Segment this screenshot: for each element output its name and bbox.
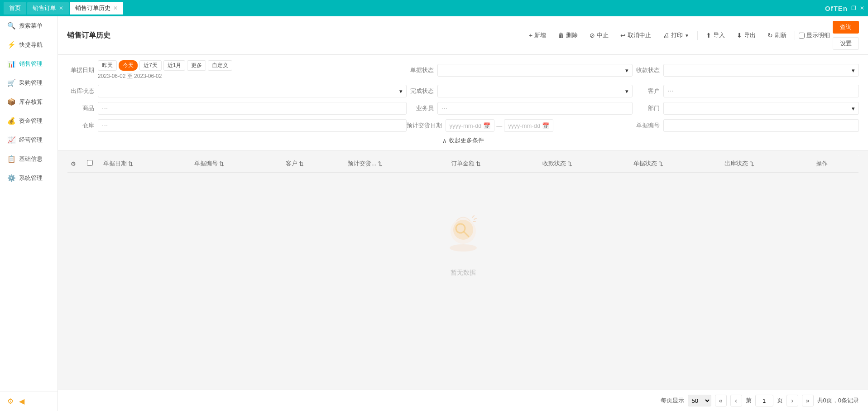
sidebar-item-sales-mgmt-label: 销售管理 xyxy=(19,60,43,68)
col-order-amount[interactable]: 订单金额 ⇅ xyxy=(447,155,538,173)
stop-button[interactable]: ⊘ 中止 xyxy=(585,29,613,41)
bill-number-input[interactable] xyxy=(663,119,859,132)
col-bill-status-sort[interactable]: 单据状态 ⇅ xyxy=(633,160,717,168)
date-btn-7days[interactable]: 近7天 xyxy=(139,60,162,71)
salesman-label: 业务员 xyxy=(407,104,434,112)
tab-home[interactable]: 首页 xyxy=(4,2,26,15)
restore-btn[interactable]: ❐ xyxy=(851,5,856,11)
col-customer-label: 客户 xyxy=(286,160,297,168)
warehouse-dots[interactable]: ··· xyxy=(102,121,108,130)
col-payment-status[interactable]: 收款状态 ⇅ xyxy=(539,155,630,173)
complete-status-select[interactable]: ▾ xyxy=(437,85,633,97)
print-button[interactable]: 🖨 打印 ▼ xyxy=(658,29,694,41)
customer-input[interactable]: ··· xyxy=(663,85,859,97)
per-page-select[interactable]: 20 50 100 xyxy=(688,395,711,406)
sidebar-collapse-icon[interactable]: ◀ xyxy=(19,397,24,406)
date-btn-more[interactable]: 更多 xyxy=(187,60,206,71)
col-order-amount-sort[interactable]: 订单金额 ⇅ xyxy=(451,160,535,168)
filter-bill-status-field: 单据状态 ▾ xyxy=(407,64,633,77)
salesman-dots[interactable]: ··· xyxy=(441,104,447,112)
sidebar-item-quick-nav[interactable]: ⚡ 快捷导航 xyxy=(0,35,58,54)
stock-status-select[interactable]: ▾ xyxy=(98,85,407,97)
col-customer[interactable]: 客户 ⇅ xyxy=(282,155,345,173)
goods-dots[interactable]: ··· xyxy=(102,104,108,112)
warehouse-input[interactable]: ··· xyxy=(98,119,407,132)
stop-icon: ⊘ xyxy=(590,32,595,39)
col-bill-status[interactable]: 单据状态 ⇅ xyxy=(630,155,721,173)
date-btn-today[interactable]: 今天 xyxy=(119,60,138,71)
sidebar-item-purchase-mgmt[interactable]: 🛒 采购管理 xyxy=(0,73,58,92)
prev-page-btn[interactable]: ‹ xyxy=(730,395,742,406)
col-check[interactable] xyxy=(83,155,100,173)
sidebar-settings-icon[interactable]: ⚙ xyxy=(7,397,14,406)
col-date[interactable]: 单据日期 ⇅ xyxy=(100,155,191,173)
date-btn-yesterday[interactable]: 昨天 xyxy=(98,60,117,71)
filter-row-2: 出库状态 ▾ 完成状态 ▾ 客户 ··· xyxy=(67,85,859,97)
col-settings[interactable]: ⚙ xyxy=(67,155,83,173)
sidebar-item-search-menu[interactable]: 🔍 搜索菜单 xyxy=(0,16,58,35)
date-btn-1month[interactable]: 近1月 xyxy=(163,60,186,71)
bill-status-select[interactable]: ▾ xyxy=(437,64,633,77)
tab-sales-order-close[interactable]: ✕ xyxy=(59,5,63,11)
collapse-btn[interactable]: ∧ 收起更多条件 xyxy=(442,136,484,145)
sort-icon-stock: ⇅ xyxy=(749,160,754,167)
sidebar-item-operations[interactable]: 📈 经营管理 xyxy=(0,131,58,150)
table-wrapper: ⚙ 单据日期 ⇅ 单据编号 xyxy=(58,150,868,390)
basic-info-icon: 📋 xyxy=(7,155,15,163)
export-button[interactable]: ⬇ 导出 xyxy=(732,29,760,41)
display-detail-checkbox[interactable] xyxy=(799,33,805,39)
delivery-date-to[interactable]: yyyy-mm-dd 📅 xyxy=(504,119,553,132)
filter-customer-field: 客户 ··· xyxy=(633,85,859,97)
last-page-btn[interactable]: » xyxy=(802,395,814,406)
delete-button[interactable]: 🗑 删除 xyxy=(553,29,582,41)
cancel-stop-label: 取消中止 xyxy=(628,31,651,39)
sidebar-item-purchase-mgmt-label: 采购管理 xyxy=(19,79,43,87)
sort-icon-number: ⇅ xyxy=(219,160,224,167)
query-button[interactable]: 查询 xyxy=(833,21,859,34)
goods-input[interactable]: ··· xyxy=(98,102,407,115)
sidebar-item-finance[interactable]: 💰 资金管理 xyxy=(0,111,58,131)
display-detail-toggle[interactable]: 显示明细 xyxy=(799,31,830,39)
salesman-input[interactable]: ··· xyxy=(437,102,633,115)
next-page-btn[interactable]: › xyxy=(786,395,798,406)
close-btn-top[interactable]: ✕ xyxy=(860,5,864,11)
page-number-input[interactable] xyxy=(755,395,773,406)
sidebar-item-basic-info[interactable]: 📋 基础信息 xyxy=(0,150,58,169)
date-btn-custom[interactable]: 自定义 xyxy=(208,60,232,71)
col-stock-status-sort[interactable]: 出库状态 ⇅ xyxy=(724,160,808,168)
tab-sales-order[interactable]: 销售订单 ✕ xyxy=(27,2,69,15)
cancel-stop-icon: ↩ xyxy=(620,32,626,39)
col-number-sort[interactable]: 单据编号 ⇅ xyxy=(194,160,278,168)
first-page-btn[interactable]: « xyxy=(715,395,727,406)
department-select[interactable]: ▾ xyxy=(663,102,859,115)
bill-status-label: 单据状态 xyxy=(407,66,434,74)
cancel-stop-button[interactable]: ↩ 取消中止 xyxy=(616,29,656,41)
col-expected-delivery[interactable]: 预计交货... ⇅ xyxy=(344,155,447,173)
main-layout: 🔍 搜索菜单 ⚡ 快捷导航 📊 销售管理 🛒 采购管理 📦 库存核算 💰 资金管… xyxy=(0,16,868,411)
tab-sales-history-close[interactable]: ✕ xyxy=(113,5,118,11)
new-button[interactable]: + 新增 xyxy=(524,29,551,41)
import-button[interactable]: ⬆ 导入 xyxy=(701,29,729,41)
select-all-checkbox[interactable] xyxy=(87,160,93,166)
page-prefix: 第 xyxy=(746,396,752,405)
col-number[interactable]: 单据编号 ⇅ xyxy=(191,155,282,173)
page-suffix: 页 xyxy=(777,396,783,405)
col-payment-status-sort[interactable]: 收款状态 ⇅ xyxy=(542,160,626,168)
col-stock-status[interactable]: 出库状态 ⇅ xyxy=(721,155,812,173)
col-expected-delivery-label: 预计交货... xyxy=(348,160,376,168)
customer-dots[interactable]: ··· xyxy=(667,87,673,95)
col-date-sort[interactable]: 单据日期 ⇅ xyxy=(103,160,187,168)
col-customer-sort[interactable]: 客户 ⇅ xyxy=(286,160,341,168)
sidebar-item-sales-mgmt[interactable]: 📊 销售管理 xyxy=(0,54,58,73)
col-expected-delivery-sort[interactable]: 预计交货... ⇅ xyxy=(348,160,444,168)
settings-button[interactable]: 设置 xyxy=(833,37,859,50)
import-icon: ⬆ xyxy=(706,32,711,39)
sidebar-item-inventory[interactable]: 📦 库存核算 xyxy=(0,92,58,111)
top-bar-tabs: 首页 销售订单 ✕ 销售订单历史 ✕ xyxy=(4,2,123,15)
filter-stock-status-field: 出库状态 ▾ xyxy=(67,85,407,97)
payment-status-select[interactable]: ▾ xyxy=(663,64,859,77)
refresh-button[interactable]: ↻ 刷新 xyxy=(763,29,791,41)
sidebar-item-system-mgmt[interactable]: ⚙️ 系统管理 xyxy=(0,169,58,188)
delivery-date-from[interactable]: yyyy-mm-dd 📅 xyxy=(446,119,495,132)
tab-sales-history[interactable]: 销售订单历史 ✕ xyxy=(70,2,123,15)
